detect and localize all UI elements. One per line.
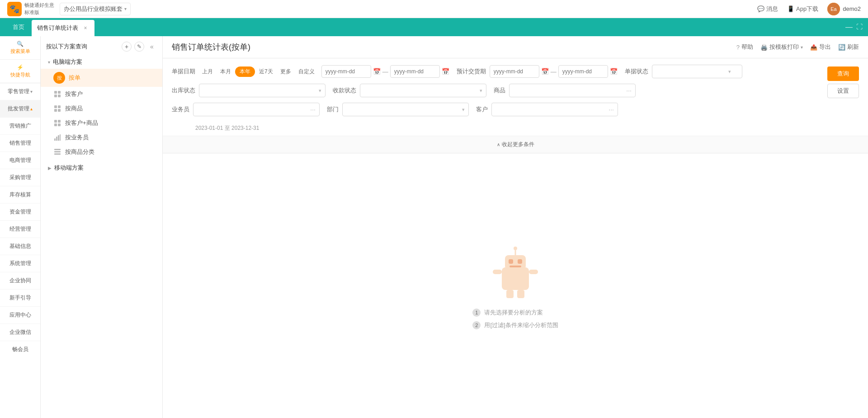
date-hint: 2023-01-01 至 2023-12-31 [172, 124, 859, 132]
calendar-to-icon[interactable]: 📅 [442, 68, 449, 75]
sidebar-search[interactable]: 🔍 搜索菜单 [0, 36, 40, 60]
sidebar-item-apps[interactable]: 应用中心 [0, 307, 40, 324]
pc-section-label: 电脑端方案 [53, 58, 82, 66]
date-separator: — [382, 68, 388, 75]
svg-rect-18 [54, 151, 61, 152]
sidebar-item-wechat[interactable]: 企业微信 [0, 324, 40, 341]
plan-item-by-order[interactable]: 按 按单 [41, 69, 162, 87]
tab-home[interactable]: 首页 [5, 19, 32, 35]
svg-rect-25 [493, 270, 502, 274]
sidebar-quick-nav[interactable]: ⚡ 快捷导航 [0, 60, 40, 83]
export-btn[interactable]: 📤 导出 [810, 43, 831, 51]
user-menu[interactable]: demo2 [827, 3, 861, 15]
app-selector[interactable]: 办公用品行业模拟账套 ▾ [60, 3, 131, 15]
edit-plan-btn[interactable]: ✎ [134, 42, 144, 52]
sidebar-item-operations[interactable]: 经营管理 [0, 221, 40, 238]
this-month-btn[interactable]: 本月 [217, 66, 234, 77]
dept-select[interactable]: ▾ [342, 103, 469, 116]
messages-btn[interactable]: 💬 消息 [757, 5, 778, 13]
sidebar-item-sales[interactable]: 销售管理 [0, 135, 40, 152]
more-dates-btn[interactable]: 更多 [277, 66, 294, 77]
mobile-plan-category[interactable]: ▶ 移动端方案 [41, 161, 162, 175]
empty-tips: 1 请先选择要分析的方案 2 用[过滤]条件来缩小分析范围 [472, 309, 558, 329]
search-icon: 🔍 [17, 41, 24, 47]
sidebar-item-wholesale[interactable]: 批发管理 ▴ [0, 100, 40, 118]
empty-tip-1: 1 请先选择要分析的方案 [472, 309, 558, 317]
refresh-btn[interactable]: 🔄 刷新 [838, 43, 859, 51]
sidebar-item-system[interactable]: 系统管理 [0, 255, 40, 272]
sidebar-item-ecommerce[interactable]: 电商管理 [0, 152, 40, 169]
sidebar-item-retail[interactable]: 零售管理 ▾ [0, 83, 40, 100]
by-staff-icon [53, 133, 61, 142]
sidebar-item-purchase[interactable]: 采购管理 [0, 169, 40, 186]
last-7-days-btn[interactable]: 近7天 [256, 66, 276, 77]
add-plan-btn[interactable]: + [122, 42, 132, 52]
settings-button[interactable]: 设置 [827, 84, 859, 98]
filter-panel: 按以下方案查询 + ✎ « ▾ 电脑端方案 按 按单 [41, 36, 163, 418]
message-icon: 💬 [757, 5, 764, 12]
empty-tip-2: 2 用[过滤]条件来缩小分析范围 [472, 321, 558, 329]
staff-select[interactable]: ··· [193, 103, 320, 116]
expected-date-label: 预计交货期 [457, 67, 486, 76]
delivery-status-select[interactable]: ▾ [199, 84, 326, 97]
svg-rect-24 [509, 266, 521, 267]
plan-item-by-cust-prod[interactable]: 按客户+商品 [41, 116, 162, 130]
calendar-from-icon[interactable]: 📅 [373, 68, 381, 75]
date-from-input[interactable] [321, 65, 371, 78]
delivery-status-field: 出库状态 ▾ [172, 84, 326, 97]
expected-date-to-input[interactable] [558, 65, 608, 78]
customer-label: 客户 [476, 105, 488, 114]
date-filter-buttons: 上月 本月 本年 近7天 更多 自定义 [199, 66, 318, 77]
sidebar-item-member[interactable]: 畅会员 [0, 341, 40, 358]
customer-dots-icon: ··· [609, 106, 614, 113]
print-btn[interactable]: 🖨️ 按模板打印 ▾ [760, 43, 803, 51]
plan-item-by-customer[interactable]: 按客户 [41, 87, 162, 101]
svg-rect-20 [502, 267, 529, 290]
filter-panel-title: 按以下方案查询 [46, 43, 87, 51]
custom-date-btn[interactable]: 自定义 [295, 66, 318, 77]
right-main-area: 销售订单统计表(按单) ? 帮助 🖨️ 按模板打印 ▾ 📤 导出 [163, 36, 868, 418]
sidebar-item-marketing[interactable]: 营销推广 [0, 118, 40, 135]
svg-rect-11 [54, 124, 57, 126]
sidebar-item-enterprise[interactable]: 企业协同 [0, 272, 40, 290]
plan-item-by-category[interactable]: 按商品分类 [41, 145, 162, 159]
search-button[interactable]: 查询 [827, 66, 859, 81]
customer-select[interactable]: ··· [491, 103, 618, 116]
expected-date-from-input[interactable] [490, 65, 539, 78]
sidebar-item-newuser[interactable]: 新手引导 [0, 290, 40, 307]
retail-label: 零售管理 [8, 88, 29, 95]
staff-field: 业务员 ··· [172, 103, 320, 116]
payment-status-select[interactable]: ▾ [360, 84, 486, 97]
calendar-expected-from-icon[interactable]: 📅 [541, 68, 549, 75]
sidebar-item-finance[interactable]: 资金管理 [0, 204, 40, 221]
tab-bar: 首页 销售订单统计表 × — ⛶ [0, 18, 868, 36]
goods-select[interactable]: ··· [509, 84, 636, 97]
tab-maximize-icon[interactable]: ⛶ [856, 23, 863, 31]
tab-sales-stats[interactable]: 销售订单统计表 × [32, 20, 94, 36]
collapse-conditions-btn[interactable]: ∧ 收起更多条件 [491, 139, 540, 150]
svg-rect-7 [54, 109, 57, 112]
collapse-panel-btn[interactable]: « [147, 42, 157, 52]
date-to-input[interactable] [390, 65, 440, 78]
sidebar-item-basic[interactable]: 基础信息 [0, 238, 40, 255]
svg-rect-2 [58, 91, 61, 94]
by-staff-label: 按业务员 [65, 133, 89, 142]
by-cust-prod-icon [53, 119, 61, 127]
wholesale-arrow-icon: ▴ [30, 106, 33, 111]
tab-minimize-icon[interactable]: — [845, 23, 853, 31]
sidebar-item-inventory[interactable]: 库存核算 [0, 186, 40, 204]
retail-arrow-icon: ▾ [30, 89, 33, 94]
logo-text: 畅捷通好生意 标准版 [24, 2, 54, 16]
this-year-btn[interactable]: 本年 [235, 66, 255, 77]
svg-rect-8 [58, 109, 61, 112]
tab-close-icon[interactable]: × [82, 24, 89, 32]
app-download-btn[interactable]: 📱 App下载 [787, 5, 818, 13]
pc-plan-category[interactable]: ▾ 电脑端方案 [41, 55, 162, 69]
plan-item-by-staff[interactable]: 按业务员 [41, 130, 162, 145]
pc-section-arrow-icon: ▾ [48, 60, 50, 65]
help-btn[interactable]: ? 帮助 [736, 43, 753, 51]
last-month-btn[interactable]: 上月 [199, 66, 216, 77]
calendar-expected-to-icon[interactable]: 📅 [610, 68, 618, 75]
order-status-select[interactable]: ▾ [652, 65, 742, 78]
plan-item-by-product[interactable]: 按商品 [41, 101, 162, 116]
